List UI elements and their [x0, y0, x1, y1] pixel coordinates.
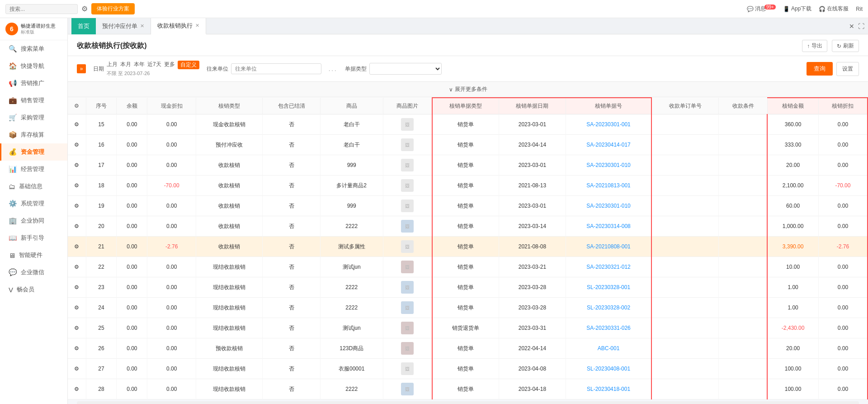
bill-type-select[interactable]: [369, 63, 442, 75]
sidebar-item-corp[interactable]: 🏢企业协同: [0, 212, 67, 229]
row-bill-no[interactable]: SL-20230418-001: [566, 379, 651, 399]
sidebar-item-finance[interactable]: 💰资金管理: [0, 143, 67, 161]
row-goods-image: 🖼: [383, 114, 432, 135]
row-bill-no[interactable]: SA-20230301-010: [566, 196, 651, 216]
sidebar-item-sales[interactable]: 💼销售管理: [0, 92, 67, 109]
row-bill-type: 销货单: [432, 114, 499, 135]
row-bill-no[interactable]: SA-20230301-010: [566, 155, 651, 176]
filter-this-year[interactable]: 本年: [134, 61, 145, 69]
row-bill-no[interactable]: SA-20230301-001: [566, 114, 651, 135]
sidebar-item-inventory[interactable]: 📦库存核算: [0, 126, 67, 143]
row-settings[interactable]: ⚙: [68, 338, 86, 359]
row-settings[interactable]: ⚙: [68, 196, 86, 216]
row-cash-discount: 0.00: [147, 196, 196, 216]
row-receipt-order: [651, 318, 718, 338]
sidebar-item-ops[interactable]: 📊经营管理: [0, 161, 67, 178]
expand-more-btn[interactable]: ∨ 展开更多条件: [449, 86, 487, 93]
row-bill-no[interactable]: SL-20230408-001: [566, 359, 651, 379]
row-settings[interactable]: ⚙: [68, 318, 86, 338]
row-cash-discount: 0.00: [147, 379, 196, 399]
export-btn[interactable]: ↑ 导出: [802, 40, 827, 52]
row-included-settled: 否: [263, 114, 321, 135]
row-bill-no[interactable]: SA-20230314-008: [566, 216, 651, 237]
row-id: 28: [86, 379, 117, 399]
col-header-cancel_type: 核销类型: [196, 98, 262, 114]
tab-receipt[interactable]: 收款核销执行 ✕: [151, 18, 206, 34]
row-bill-no[interactable]: SA-20230331-026: [566, 318, 651, 338]
row-cancel-discount: -2.76: [818, 237, 868, 257]
filter-settings-btn[interactable]: 设置: [836, 62, 859, 76]
top-search-input[interactable]: [5, 4, 78, 14]
col-header-cancel_amount: 核销金额: [767, 98, 818, 114]
sidebar-item-hardware[interactable]: 🖥智能硬件: [0, 247, 67, 264]
filter-more[interactable]: 更多: [164, 61, 175, 69]
online-service-btn[interactable]: 🎧 在线客服: [819, 5, 849, 13]
row-bill-no[interactable]: ABC-001: [566, 338, 651, 359]
row-settings[interactable]: ⚙: [68, 277, 86, 298]
row-bill-no[interactable]: SA-20230414-017: [566, 135, 651, 155]
row-settings[interactable]: ⚙: [68, 257, 86, 277]
filter-expand-btn[interactable]: »: [77, 64, 86, 73]
marketing-icon: 📢: [9, 79, 17, 87]
purchase-icon: 🛒: [9, 114, 17, 122]
industry-btn[interactable]: 体验行业方案: [91, 3, 135, 14]
tab-close-all-btn[interactable]: ✕: [849, 23, 854, 30]
sidebar-item-label: 快捷导航: [21, 62, 44, 70]
row-balance: 0.00: [117, 237, 147, 257]
sidebar-item-search[interactable]: 🔍搜索菜单: [0, 40, 67, 57]
refresh-btn[interactable]: ↻ 刷新: [832, 40, 859, 52]
sidebar-item-purchase[interactable]: 🛒采购管理: [0, 109, 67, 126]
row-settings[interactable]: ⚙: [68, 155, 86, 176]
row-cancel-amount: 3,390.00: [767, 237, 818, 257]
goods-image-placeholder: 🖼: [401, 383, 414, 395]
counterpart-input[interactable]: [231, 63, 321, 74]
filter-7days[interactable]: 近7天: [147, 61, 161, 69]
row-bill-no[interactable]: SL-20230328-002: [566, 298, 651, 318]
row-cancel-type: 现结收款核销: [196, 298, 262, 318]
filter-bill-type-group: 单据类型: [345, 63, 442, 75]
row-receipt-cond: [719, 114, 768, 135]
sidebar-item-marketing[interactable]: 📢营销推广: [0, 75, 67, 92]
horizontal-scrollbar[interactable]: [77, 401, 859, 404]
sidebar-item-label: 企业协同: [21, 217, 44, 225]
tab-maximize-btn[interactable]: ⛶: [858, 23, 864, 30]
row-settings[interactable]: ⚙: [68, 135, 86, 155]
row-settings[interactable]: ⚙: [68, 216, 86, 237]
sidebar-item-system[interactable]: ⚙️系统管理: [0, 195, 67, 212]
row-bill-no[interactable]: SA-20230321-012: [566, 257, 651, 277]
tab-prepay[interactable]: 预付冲应付单 ✕: [96, 18, 151, 34]
row-cancel-type: 收款核销: [196, 176, 262, 196]
filter-this-month[interactable]: 本月: [120, 61, 131, 69]
tab-home[interactable]: 首页: [71, 18, 96, 34]
row-bill-no[interactable]: SA-20210813-001: [566, 176, 651, 196]
row-settings[interactable]: ⚙: [68, 379, 86, 399]
sidebar-item-wechat[interactable]: 💬企业微信: [0, 264, 67, 281]
sidebar-item-guide[interactable]: 📖新手引导: [0, 229, 67, 247]
row-bill-no[interactable]: SL-20230328-001: [566, 277, 651, 298]
filter-last-month[interactable]: 上月: [107, 61, 118, 69]
query-btn[interactable]: 查询: [807, 62, 833, 76]
table-wrapper: ⚙序号余额现金折扣核销类型包含已结清商品商品图片核销单据类型核销单据日期核销单据…: [68, 97, 868, 404]
sidebar-item-member[interactable]: V畅会员: [0, 281, 67, 298]
sidebar-item-quick-nav[interactable]: 🏠快捷导航: [0, 57, 67, 75]
row-settings[interactable]: ⚙: [68, 298, 86, 318]
row-goods: 123D商品: [320, 338, 383, 359]
sales-icon: 💼: [9, 96, 17, 105]
row-bill-no[interactable]: SA-20210808-001: [566, 237, 651, 257]
gear-icon[interactable]: ⚙: [81, 5, 88, 13]
row-settings[interactable]: ⚙: [68, 237, 86, 257]
user-profile[interactable]: Rit: [856, 6, 863, 12]
row-included-settled: 否: [263, 155, 321, 176]
sidebar-item-basic[interactable]: 🗂基础信息: [0, 178, 67, 195]
row-settings[interactable]: ⚙: [68, 176, 86, 196]
col-header-bill_no: 核销单据号: [566, 98, 651, 114]
tab-prepay-close[interactable]: ✕: [140, 23, 144, 29]
messages-btn[interactable]: 💬 消息 99+: [747, 5, 776, 13]
inventory-icon: 📦: [9, 131, 17, 139]
row-settings[interactable]: ⚙: [68, 359, 86, 379]
finance-icon: 💰: [9, 148, 17, 156]
tab-receipt-close[interactable]: ✕: [195, 23, 199, 29]
app-download-btn[interactable]: 📱 App下载: [783, 5, 811, 13]
filter-custom[interactable]: 自定义: [178, 61, 199, 69]
row-settings[interactable]: ⚙: [68, 114, 86, 135]
